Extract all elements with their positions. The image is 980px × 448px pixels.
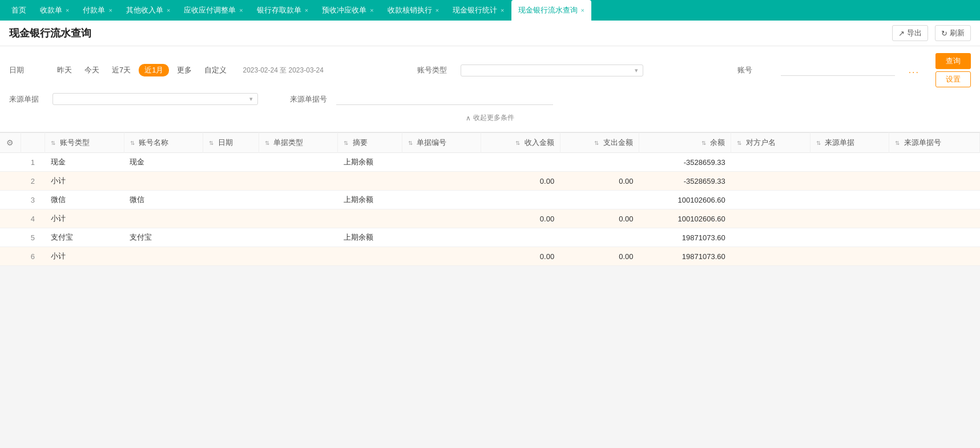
row-income [481, 191, 560, 209]
table-body: 1 现金 现金 上期余额 -3528659.33 2 小计 0.00 0.00 … [0, 153, 980, 266]
col-header-source-doc[interactable]: ⇅ 来源单据 [810, 133, 889, 153]
row-summary: 上期余额 [338, 153, 402, 172]
row-doc-num [402, 228, 481, 247]
date-opt-yesterday[interactable]: 昨天 [53, 64, 76, 76]
date-options: 昨天 今天 近7天 近1月 更多 自定义 [53, 64, 231, 76]
settings-button[interactable]: 设置 [935, 71, 971, 87]
nav-item-receipt[interactable]: 收款单 × [33, 0, 76, 21]
date-opt-custom[interactable]: 自定义 [200, 64, 231, 76]
close-icon[interactable]: × [167, 7, 170, 14]
row-source-doc [810, 209, 889, 228]
export-label: 导出 [907, 28, 922, 38]
col-header-doc-num[interactable]: ⇅ 单据编号 [402, 133, 481, 153]
nav-label-verify: 收款核销执行 [388, 5, 432, 15]
close-icon[interactable]: × [370, 7, 373, 14]
account-label: 账号 [737, 65, 772, 75]
row-summary [338, 172, 402, 191]
account-type-select[interactable]: ▾ [461, 64, 643, 76]
row-expense: 0.00 [560, 247, 639, 266]
export-button[interactable]: ↗ 导出 [892, 25, 928, 41]
col-header-counterpart[interactable]: ⇅ 对方户名 [731, 133, 810, 153]
row-account-type: 支付宝 [45, 228, 124, 247]
col-header-date[interactable]: ⇅ 日期 [203, 133, 259, 153]
sort-icon: ⇅ [408, 140, 413, 146]
nav-label-adjustment: 应收应付调整单 [184, 5, 236, 15]
table-row: 2 小计 0.00 0.00 -3528659.33 [0, 172, 980, 191]
row-balance: 100102606.60 [639, 209, 731, 228]
row-income: 0.00 [481, 209, 560, 228]
nav-item-adjustment[interactable]: 应收应付调整单 × [177, 0, 249, 21]
col-header-summary[interactable]: ⇅ 摘要 [338, 133, 402, 153]
row-doc-type [259, 191, 337, 209]
row-doc-type [259, 172, 337, 191]
col-header-source-doc-num[interactable]: ⇅ 来源单据号 [889, 133, 980, 153]
close-icon[interactable]: × [435, 7, 439, 14]
col-header-income[interactable]: ⇅ 收入金额 [481, 133, 560, 153]
col-header-account-name[interactable]: ⇅ 账号名称 [124, 133, 203, 153]
nav-item-other-income[interactable]: 其他收入单 × [119, 0, 177, 21]
row-doc-type [259, 209, 337, 228]
row-doc-num [402, 209, 481, 228]
row-num-cell: 3 [21, 191, 45, 209]
col-header-account-type[interactable]: ⇅ 账号类型 [45, 133, 124, 153]
row-counterpart [731, 228, 810, 247]
nav-item-home[interactable]: 首页 [5, 0, 33, 21]
col-header-balance[interactable]: ⇅ 余额 [639, 133, 731, 153]
table-row: 5 支付宝 支付宝 上期余额 19871073.60 [0, 228, 980, 247]
settings-icon[interactable]: ⚙ [6, 138, 14, 147]
row-num-cell: 2 [21, 172, 45, 191]
row-account-name: 支付宝 [124, 228, 203, 247]
row-counterpart [731, 209, 810, 228]
sort-icon: ⇅ [816, 140, 821, 146]
source-doc-num-input[interactable] [338, 95, 551, 103]
close-icon[interactable]: × [305, 7, 308, 14]
nav-label-receipt: 收款单 [40, 5, 62, 15]
nav-item-stats[interactable]: 现金银行统计 × [446, 0, 511, 21]
row-account-type: 现金 [45, 153, 124, 172]
date-opt-today[interactable]: 今天 [80, 64, 104, 76]
date-opt-7days[interactable]: 近7天 [107, 64, 135, 76]
row-date [203, 153, 259, 172]
row-source-doc-num [889, 228, 980, 247]
collapse-filter-button[interactable]: ∧ 收起更多条件 [9, 111, 971, 125]
date-opt-1month[interactable]: 近1月 [139, 64, 169, 76]
nav-item-bank-deposit[interactable]: 银行存取款单 × [250, 0, 315, 21]
row-counterpart [731, 247, 810, 266]
row-gear-cell [0, 172, 21, 191]
row-account-name [124, 209, 203, 228]
nav-label-prepay: 预收冲应收单 [322, 5, 366, 15]
account-input[interactable] [783, 66, 893, 74]
row-date [203, 191, 259, 209]
nav-item-flow-query[interactable]: 现金银行流水查询 × [511, 0, 591, 21]
row-expense: 0.00 [560, 209, 639, 228]
date-opt-more[interactable]: 更多 [172, 64, 196, 76]
col-header-doc-type[interactable]: ⇅ 单据类型 [259, 133, 337, 153]
query-button[interactable]: 查询 [935, 53, 971, 69]
row-summary [338, 209, 402, 228]
row-source-doc-num [889, 209, 980, 228]
row-account-name [124, 172, 203, 191]
account-type-label: 账号类型 [417, 65, 451, 75]
row-expense: 0.00 [560, 172, 639, 191]
date-range-display: 2023-02-24 至 2023-03-24 [243, 66, 323, 75]
close-icon[interactable]: × [239, 7, 243, 14]
source-doc-select[interactable]: ▾ [53, 93, 258, 105]
sort-icon: ⇅ [515, 140, 520, 146]
row-income [481, 153, 560, 172]
nav-item-verify[interactable]: 收款核销执行 × [381, 0, 446, 21]
nav-item-payment[interactable]: 付款单 × [76, 0, 119, 21]
sort-icon: ⇅ [737, 140, 741, 146]
top-navigation: 首页 收款单 × 付款单 × 其他收入单 × 应收应付调整单 × 银行存取款单 … [0, 0, 980, 21]
account-ellipsis-button[interactable]: ... [909, 65, 919, 75]
close-icon[interactable]: × [581, 7, 584, 14]
row-gear-cell [0, 247, 21, 266]
col-header-expense[interactable]: ⇅ 支出金额 [560, 133, 639, 153]
close-icon[interactable]: × [501, 7, 504, 14]
row-gear-cell [0, 209, 21, 228]
close-icon[interactable]: × [66, 7, 69, 14]
nav-item-prepay[interactable]: 预收冲应收单 × [315, 0, 380, 21]
close-icon[interactable]: × [108, 7, 112, 14]
refresh-button[interactable]: ↻ 刷新 [935, 25, 971, 41]
table-row: 3 微信 微信 上期余额 100102606.60 [0, 191, 980, 209]
row-date [203, 209, 259, 228]
